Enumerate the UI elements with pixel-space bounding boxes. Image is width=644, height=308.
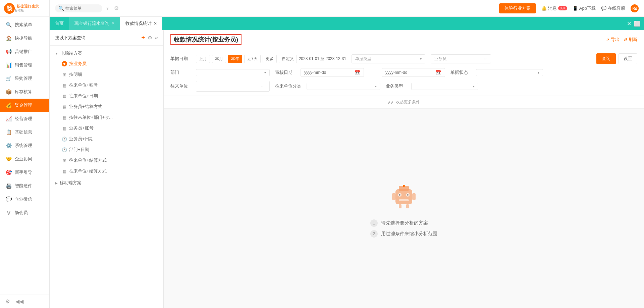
calendar-end-icon[interactable]: 📅 bbox=[436, 70, 441, 75]
review-date-label: 审核日期 bbox=[275, 69, 295, 75]
sidebar-item-marketing[interactable]: 📢 营销推广 bbox=[0, 45, 49, 58]
date-btn-this-month[interactable]: 本月 bbox=[212, 55, 226, 63]
search-input[interactable] bbox=[65, 6, 99, 11]
sidebar-item-smart-hw[interactable]: 🖨️ 智能硬件 bbox=[0, 179, 49, 193]
tree-parent-pc[interactable]: ▼ 电脑端方案 bbox=[50, 48, 163, 58]
date-btn-custom[interactable]: 自定义 bbox=[279, 55, 297, 63]
grid-icon: ⊞ bbox=[62, 72, 67, 77]
collapse-icon: ∧∧ bbox=[388, 100, 394, 105]
tree-item-salesman-date[interactable]: 🕐 业务员+日期 bbox=[50, 134, 163, 144]
query-btn[interactable]: 查询 bbox=[596, 53, 616, 64]
review-date-end-input[interactable] bbox=[385, 70, 436, 75]
tree-item-counterparty-settlement1[interactable]: ⊞ 往来单位+结算方式 bbox=[50, 155, 163, 166]
tree-item-salesman-account[interactable]: ▦ 业务员+账号 bbox=[50, 123, 163, 134]
salesman-more-icon: ··· bbox=[484, 56, 487, 61]
counterparty-select[interactable]: ··· bbox=[196, 81, 270, 92]
collection-stats-tab-close[interactable]: ✕ bbox=[154, 21, 157, 26]
svg-rect-7 bbox=[399, 199, 409, 201]
notification-badge: 99+ bbox=[558, 6, 567, 10]
dept-arrow: ▾ bbox=[264, 71, 266, 74]
sidebar-item-search-menu[interactable]: 🔍 搜索菜单 bbox=[0, 18, 49, 32]
topbar-search[interactable]: 🔍 bbox=[55, 4, 102, 12]
online-service-btn[interactable]: 💬 在线客服 bbox=[601, 5, 625, 11]
sidebar-item-basic-info[interactable]: 📋 基础信息 bbox=[0, 125, 49, 139]
quick-nav-icon: 🏠 bbox=[5, 35, 12, 42]
tree-item-counterparty-settlement2[interactable]: ▦ 往来单位+结算方式 bbox=[50, 166, 163, 176]
tree-item-by-detail[interactable]: ⊞ 按明细 bbox=[50, 69, 163, 80]
tree-item-by-salesman[interactable]: 按业务员 bbox=[50, 58, 163, 69]
bank-flow-tab-close[interactable]: ✕ bbox=[111, 21, 115, 26]
date-btn-this-year[interactable]: 本年 bbox=[228, 55, 242, 63]
sidebar-item-inventory[interactable]: 📦 库存核算 bbox=[0, 85, 49, 99]
tab-collection-stats[interactable]: 收款情况统计 ✕ bbox=[120, 17, 162, 30]
dept-select[interactable]: ▾ bbox=[196, 69, 270, 76]
date-btn-last-month[interactable]: 上月 bbox=[196, 55, 210, 63]
add-scheme-btn[interactable]: + bbox=[142, 34, 145, 41]
tree-item-counterparty-date[interactable]: ▦ 往来单位+日期 bbox=[50, 91, 163, 101]
export-btn[interactable]: ↗ 导出 bbox=[606, 37, 620, 43]
sidebar-item-label: 库存核算 bbox=[15, 89, 32, 95]
trial-btn[interactable]: 体验行业方案 bbox=[499, 3, 536, 13]
sidebar-item-sales[interactable]: 📊 销售管理 bbox=[0, 58, 49, 72]
calendar-start-icon[interactable]: 📅 bbox=[355, 70, 360, 75]
salesman-select[interactable]: 业务员 ··· bbox=[431, 54, 491, 63]
left-panel: 按以下方案查询 + ⚙ « ▼ 电脑端方案 bbox=[50, 30, 164, 308]
app-download-label: App下载 bbox=[579, 5, 596, 11]
tab-maximize-btn[interactable]: ⬜ bbox=[634, 20, 641, 27]
svg-rect-11 bbox=[406, 204, 409, 208]
panel-collapse-btn[interactable]: « bbox=[155, 35, 158, 41]
refresh-icon: ↺ bbox=[624, 37, 627, 42]
sidebar-item-label: 快捷导航 bbox=[15, 35, 32, 41]
tree-item-unit-dept-collect[interactable]: ▦ 按往来单位+部门+收... bbox=[50, 112, 163, 123]
sidebar-item-purchase[interactable]: 🛒 采购管理 bbox=[0, 72, 49, 85]
sidebar-item-wechat[interactable]: 💬 企业微信 bbox=[0, 193, 49, 206]
refresh-btn[interactable]: ↺ 刷新 bbox=[624, 37, 637, 43]
wechat-icon: 💬 bbox=[5, 196, 12, 203]
sidebar-item-quick-nav[interactable]: 🏠 快捷导航 bbox=[0, 32, 49, 45]
notification-btn[interactable]: 🔔 消息 99+ bbox=[541, 5, 567, 11]
search-dropdown-icon[interactable]: ▾ bbox=[106, 6, 109, 11]
page-header: 收款情况统计(按业务员) ↗ 导出 ↺ 刷新 bbox=[164, 30, 644, 49]
voucher-status-arrow: ▾ bbox=[538, 71, 539, 74]
tree-parent-label-pc: 电脑端方案 bbox=[60, 50, 82, 56]
sidebar-settings-btn[interactable]: ⚙ bbox=[5, 298, 10, 305]
grid2-icon: ⊞ bbox=[62, 158, 67, 163]
tab-bank-flow[interactable]: 现金银行流水查询 ✕ bbox=[69, 17, 120, 30]
sidebar-item-vip[interactable]: V 畅会员 bbox=[0, 206, 49, 219]
tree-item-dept-date[interactable]: 🕐 部门+日期 bbox=[50, 144, 163, 155]
sidebar-item-operations[interactable]: 📈 经营管理 bbox=[0, 112, 49, 125]
refresh-label: 刷新 bbox=[629, 37, 637, 43]
review-date-start[interactable]: 📅 bbox=[301, 68, 364, 77]
counterparty-more-btn[interactable]: ··· bbox=[260, 83, 266, 90]
tree-item-counterparty-account[interactable]: ▦ 往来单位+账号 bbox=[50, 80, 163, 91]
business-type-select[interactable]: ▾ bbox=[411, 83, 478, 90]
app-download-btn[interactable]: 📱 App下载 bbox=[573, 5, 596, 11]
table5-icon: ▦ bbox=[62, 168, 67, 174]
sidebar-item-guide[interactable]: 🎯 新手引导 bbox=[0, 166, 49, 179]
tab-close-all-btn[interactable]: ✕ bbox=[627, 20, 631, 27]
sidebar-item-finance[interactable]: 💰 资金管理 bbox=[0, 99, 49, 112]
user-name[interactable]: Rit bbox=[631, 4, 639, 12]
scheme-settings-btn[interactable]: ⚙ bbox=[148, 35, 152, 41]
sidebar: 畅 畅捷通好生意 标准版 🔍 搜索菜单 🏠 快捷导航 📢 营销推广 📊 销售管理… bbox=[0, 0, 50, 308]
counterparty-category-select[interactable]: ▾ bbox=[307, 83, 380, 90]
step-num-2: 2 bbox=[370, 230, 378, 238]
date-btn-last-7-days[interactable]: 近7天 bbox=[244, 55, 261, 63]
date-btn-more[interactable]: 更多 bbox=[263, 55, 277, 63]
tab-home[interactable]: 首页 bbox=[50, 17, 69, 30]
sidebar-item-enterprise[interactable]: 🤝 企业协同 bbox=[0, 152, 49, 166]
sidebar-item-system[interactable]: ⚙️ 系统管理 bbox=[0, 139, 49, 152]
review-date-start-input[interactable] bbox=[304, 70, 355, 75]
review-date-end[interactable]: 📅 bbox=[382, 68, 445, 77]
tree-parent-mobile[interactable]: ▶ 移动端方案 bbox=[50, 178, 163, 188]
tree-item-salesman-settlement[interactable]: ▦ 业务员+结算方式 bbox=[50, 101, 163, 112]
settings-icon[interactable]: ⚙ bbox=[114, 5, 119, 11]
voucher-status-select[interactable]: ▾ bbox=[476, 69, 543, 76]
filter-settings-btn[interactable]: 设置 bbox=[619, 53, 637, 64]
voucher-type-select[interactable]: 单据类型 ▾ bbox=[352, 54, 425, 63]
tree-item-label: 按业务员 bbox=[69, 61, 87, 67]
sidebar-item-label: 系统管理 bbox=[15, 143, 32, 149]
topbar-actions: 体验行业方案 🔔 消息 99+ 📱 App下载 💬 在线客服 Rit bbox=[499, 3, 639, 13]
collapse-bar[interactable]: ∧∧ 收起更多条件 bbox=[164, 96, 644, 109]
sidebar-collapse-btn[interactable]: ◀◀ bbox=[15, 298, 23, 305]
